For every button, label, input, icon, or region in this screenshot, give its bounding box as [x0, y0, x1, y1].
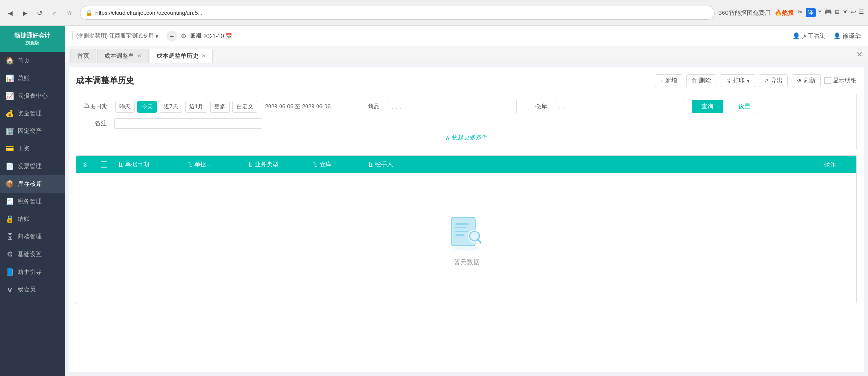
sidebar-item-closing[interactable]: 🔒 结账	[0, 210, 65, 228]
date-btn-more[interactable]: 更多	[210, 101, 230, 113]
forward-button[interactable]: ▶	[19, 6, 31, 19]
select-all-checkbox[interactable]	[101, 161, 107, 168]
svg-rect-6	[455, 234, 464, 236]
logo-version: 旗舰版	[14, 40, 50, 46]
period-label: 账期	[190, 32, 201, 40]
tab-cost-adjust-close[interactable]: ✕	[137, 53, 142, 59]
date-btn-today[interactable]: 今天	[137, 101, 157, 113]
th-biztype[interactable]: ⇅ 业务类型	[243, 160, 308, 169]
date-btn-1month[interactable]: 近1月	[185, 101, 208, 113]
print-button[interactable]: 🖨 打印 ▾	[720, 74, 755, 87]
tab-cost-adjust[interactable]: 成本调整单 ✕	[97, 49, 149, 63]
page-header: 成本调整单历史 + 新增 🗑 删除 🖨 打印 ▾	[76, 74, 857, 87]
th-operator[interactable]: ⇅ 经手人	[363, 160, 428, 169]
query-button[interactable]: 查询	[692, 100, 723, 113]
tab-cost-adjust-history[interactable]: 成本调整单历史 ✕	[150, 49, 213, 63]
back-button[interactable]: ◀	[4, 6, 17, 19]
menu-icon[interactable]: ☰	[859, 8, 864, 17]
show-columns-toggle[interactable]: 显示明细	[824, 76, 857, 85]
export-button[interactable]: ↗ 导出	[759, 74, 788, 87]
tab-history-close[interactable]: ✕	[201, 53, 206, 59]
goods-selector[interactable]: ...	[387, 100, 517, 113]
sidebar-item-settings[interactable]: ⚙ 基础设置	[0, 245, 65, 263]
sidebar-item-home[interactable]: 🏠 首页	[0, 52, 65, 69]
guide-icon: 📘	[6, 268, 14, 276]
sidebar-item-funds[interactable]: 💰 资金管理	[0, 105, 65, 122]
filter-settings-button[interactable]: 设置	[731, 100, 758, 113]
tab-bar: 首页 成本调整单 ✕ 成本调整单历史 ✕ ✕	[65, 46, 868, 63]
home-button[interactable]: ⌂	[48, 6, 61, 19]
scissor-icon[interactable]: ✂	[798, 8, 803, 17]
star-button[interactable]: ☆	[63, 6, 76, 19]
th-settings[interactable]: ⚙	[76, 161, 95, 168]
date-buttons-group: 昨天 今天 近7天 近1月 更多	[115, 101, 257, 113]
currency-icon[interactable]: ¥	[818, 8, 822, 17]
delete-label: 删除	[699, 76, 711, 85]
sidebar-item-vip-label: 畅会员	[18, 285, 36, 294]
undo-icon[interactable]: ↩	[851, 8, 856, 17]
th-check[interactable]	[95, 161, 113, 168]
top-bar-right: 👤 人工咨询 👤 徐泽华	[793, 32, 861, 40]
sidebar-item-reports-label: 云报表中心	[18, 92, 48, 100]
calendar-icon[interactable]: 📅	[225, 33, 232, 39]
user-menu[interactable]: 👤 徐泽华	[833, 32, 861, 40]
table-header: ⚙ ⇅ 单据日期 ⇅ 单据... ⇅ 业务类型	[76, 156, 856, 173]
query-label: 查询	[701, 102, 713, 111]
new-button[interactable]: + 新增	[655, 74, 682, 87]
sidebar-item-vip[interactable]: V 畅会员	[0, 281, 65, 298]
print-dropdown-icon: ▾	[747, 77, 750, 84]
company-selector[interactable]: (勿删勿禁用) 江西服宝测试专用 ▾	[72, 31, 162, 41]
sidebar-item-reports[interactable]: 📈 云报表中心	[0, 87, 65, 105]
sort-icon-operator: ⇅	[368, 161, 373, 168]
collapse-up-icon: ∧	[445, 134, 450, 141]
goods-filter-label: 商品	[356, 102, 380, 111]
tab-cost-adjust-label: 成本调整单	[104, 52, 134, 60]
add-tab-button[interactable]: +	[166, 31, 177, 42]
address-bar[interactable]: 🔒 https://cloud.chanjet.com/accounting/u…	[80, 6, 715, 20]
brightness-icon[interactable]: ☀	[843, 8, 848, 17]
sidebar-item-invoice[interactable]: 📄 发票管理	[0, 157, 65, 175]
th-billno[interactable]: ⇅ 单据...	[183, 160, 243, 169]
company-dropdown-icon: ▾	[156, 33, 158, 39]
translate-icon[interactable]: 译	[806, 8, 816, 17]
sidebar-item-ledger[interactable]: 📊 总账	[0, 69, 65, 87]
tax-icon: 🧾	[6, 197, 14, 206]
page-actions: + 新增 🗑 删除 🖨 打印 ▾ ↗ 导出	[655, 74, 857, 87]
delete-icon: 🗑	[691, 77, 697, 84]
payroll-icon: 💳	[6, 144, 14, 153]
refresh-label: 刷新	[804, 76, 816, 85]
content-area: (勿删勿禁用) 江西服宝测试专用 ▾ + ⚙ 账期 2021-10 📅 👤 人工…	[65, 26, 868, 376]
sidebar-item-inventory[interactable]: 📦 库存核算	[0, 175, 65, 193]
sidebar-item-tax[interactable]: 🧾 税务管理	[0, 193, 65, 210]
print-icon: 🖨	[725, 77, 731, 84]
th-warehouse[interactable]: ⇅ 仓库	[308, 160, 363, 169]
collapse-button[interactable]: ∧ 收起更多条件	[445, 133, 488, 142]
settings-icon: ⚙	[6, 250, 14, 258]
delete-button[interactable]: 🗑 删除	[686, 74, 716, 87]
logo-name: 畅捷通好会计	[14, 32, 50, 40]
date-btn-yesterday[interactable]: 昨天	[115, 101, 135, 113]
refresh-icon: ↺	[797, 77, 802, 84]
new-label: 新增	[665, 76, 677, 85]
sidebar-item-funds-label: 资金管理	[18, 109, 42, 118]
sidebar-item-guide[interactable]: 📘 新手引导	[0, 263, 65, 281]
grid-icon[interactable]: ⊞	[835, 8, 840, 17]
empty-state: 暂元数据	[76, 173, 856, 304]
th-date[interactable]: ⇅ 单据日期	[113, 160, 183, 169]
warehouse-selector[interactable]: ...	[555, 100, 684, 113]
show-columns-checkbox[interactable]	[824, 77, 831, 84]
settings-tab-icon[interactable]: ⚙	[181, 32, 187, 39]
date-btn-custom[interactable]: 自定义	[232, 101, 257, 113]
sidebar-item-fixed-assets[interactable]: 🏢 固定资产	[0, 122, 65, 140]
close-all-button[interactable]: ✕	[856, 50, 862, 59]
service-button[interactable]: 👤 人工咨询	[793, 32, 826, 40]
game-icon[interactable]: 🎮	[824, 8, 832, 17]
tab-home[interactable]: 首页	[70, 49, 96, 63]
sidebar-item-archive[interactable]: 🗄 归档管理	[0, 228, 65, 245]
date-btn-7days[interactable]: 近7天	[160, 101, 182, 113]
sidebar-item-payroll[interactable]: 💳 工资	[0, 140, 65, 157]
refresh-button[interactable]: ↺ 刷新	[792, 74, 821, 87]
note-input[interactable]	[114, 118, 262, 129]
svg-point-0	[454, 246, 480, 251]
refresh-button[interactable]: ↺	[33, 6, 46, 19]
